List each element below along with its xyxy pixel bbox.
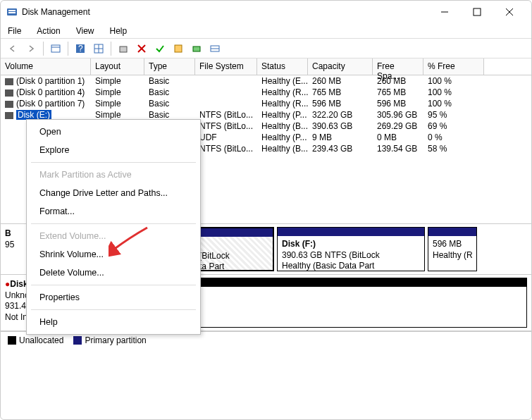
forward-button[interactable] bbox=[23, 41, 39, 56]
window-title: Disk Management bbox=[22, 7, 428, 17]
back-button[interactable] bbox=[5, 41, 20, 56]
properties-button[interactable] bbox=[116, 41, 131, 56]
context-menu: Open Explore Mark Partition as Active Ch… bbox=[26, 119, 201, 335]
help-button[interactable]: ? bbox=[73, 41, 88, 56]
ctx-mark-active: Mark Partition as Active bbox=[27, 166, 200, 184]
col-volume[interactable]: Volume bbox=[1, 58, 91, 75]
maximize-button[interactable] bbox=[461, 1, 493, 23]
menubar: File Action View Help bbox=[1, 23, 531, 39]
close-button[interactable] bbox=[493, 1, 526, 23]
action-button[interactable] bbox=[171, 41, 186, 56]
svg-rect-2 bbox=[8, 12, 16, 13]
disk-button[interactable] bbox=[189, 41, 204, 56]
svg-rect-14 bbox=[120, 47, 127, 52]
disk0-partition[interactable]: Disk (F:)390.63 GB NTFS (BitLockHealthy … bbox=[277, 227, 425, 271]
ctx-delete[interactable]: Delete Volume... bbox=[27, 264, 200, 282]
svg-rect-7 bbox=[51, 45, 60, 52]
ctx-shrink[interactable]: Shrink Volume... bbox=[27, 245, 200, 264]
menu-help[interactable]: Help bbox=[107, 25, 130, 37]
ctx-explore[interactable]: Explore bbox=[27, 141, 200, 159]
svg-rect-4 bbox=[474, 8, 481, 16]
col-filesystem[interactable]: File System bbox=[195, 58, 257, 75]
list-button[interactable] bbox=[207, 41, 223, 56]
ctx-properties[interactable]: Properties bbox=[27, 288, 200, 307]
ctx-format[interactable]: Format... bbox=[27, 202, 200, 221]
ctx-help[interactable]: Help bbox=[27, 313, 200, 331]
menu-action[interactable]: Action bbox=[34, 25, 63, 37]
delete-button[interactable] bbox=[134, 41, 149, 56]
toolbar: ? bbox=[1, 39, 531, 58]
ctx-extend: Extend Volume... bbox=[27, 227, 200, 245]
volume-row[interactable]: (Disk 0 partition 4)SimpleBasicHealthy (… bbox=[1, 87, 531, 98]
minimize-button[interactable] bbox=[428, 1, 461, 23]
svg-rect-17 bbox=[175, 45, 182, 52]
col-layout[interactable]: Layout bbox=[91, 58, 144, 75]
col-type[interactable]: Type bbox=[144, 58, 195, 75]
show-hide-button[interactable] bbox=[48, 41, 63, 56]
col-free[interactable]: Free Spa... bbox=[373, 58, 423, 75]
volume-row[interactable]: (Disk 0 partition 7)SimpleBasicHealthy (… bbox=[1, 98, 531, 109]
volume-list-header: Volume Layout Type File System Status Ca… bbox=[1, 58, 531, 75]
col-capacity[interactable]: Capacity bbox=[308, 58, 373, 75]
svg-text:?: ? bbox=[78, 44, 83, 54]
col-status[interactable]: Status bbox=[257, 58, 308, 75]
svg-rect-18 bbox=[193, 47, 200, 51]
titlebar: Disk Management bbox=[1, 1, 531, 23]
svg-rect-1 bbox=[8, 10, 16, 11]
ctx-open[interactable]: Open bbox=[27, 123, 200, 141]
disk0-partition[interactable]: 596 MBHealthy (R bbox=[428, 227, 477, 271]
check-button[interactable] bbox=[152, 41, 168, 56]
ctx-change-letter[interactable]: Change Drive Letter and Paths... bbox=[27, 184, 200, 202]
app-icon bbox=[6, 6, 18, 18]
menu-file[interactable]: File bbox=[5, 25, 24, 37]
layout-button[interactable] bbox=[91, 41, 106, 56]
col-pctfree[interactable]: % Free bbox=[423, 58, 484, 75]
menu-view[interactable]: View bbox=[73, 25, 97, 37]
volume-row[interactable]: (Disk 0 partition 1)SimpleBasicHealthy (… bbox=[1, 75, 531, 87]
